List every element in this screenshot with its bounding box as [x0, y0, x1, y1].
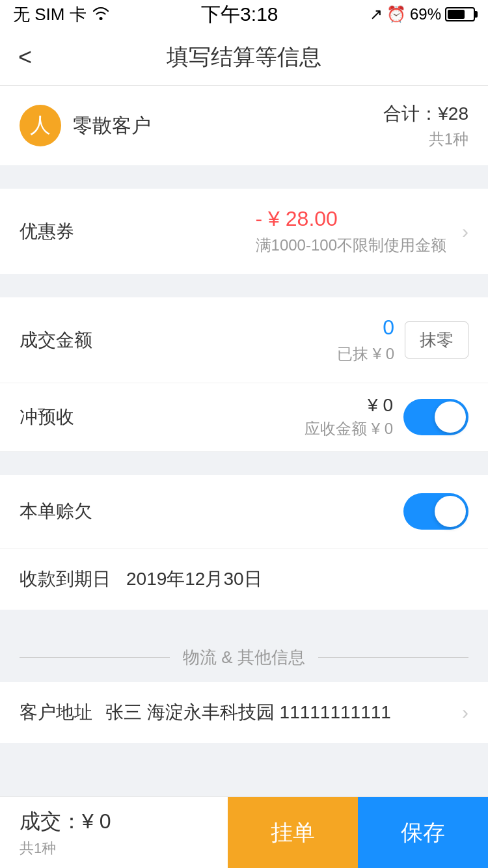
prepay-sub: 应收金额 ¥ 0 [305, 418, 393, 439]
hangup-button[interactable]: 挂单 [228, 797, 358, 869]
status-right: ↗ ⏰ 69% [370, 5, 475, 23]
deal-amount-label: 成交金额 [20, 328, 92, 353]
deal-amount-right: 0 已抹 ¥ 0 抹零 [337, 316, 468, 364]
deal-amount-subtext: 已抹 ¥ 0 [337, 344, 394, 364]
prepay-values: ¥ 0 应收金额 ¥ 0 [305, 395, 393, 439]
logistics-line-right [318, 657, 468, 658]
moling-button[interactable]: 抹零 [405, 321, 468, 359]
prepay-main: ¥ 0 [305, 395, 393, 416]
prepay-label: 冲预收 [20, 405, 74, 429]
save-button[interactable]: 保存 [358, 797, 488, 869]
bottom-deal-label: 成交： [20, 809, 82, 833]
logistics-line-left [20, 657, 170, 658]
debit-right [403, 493, 468, 530]
coupon-row[interactable]: 优惠券 - ¥ 28.00 满1000-100不限制使用金额 › [0, 189, 488, 274]
address-chevron-icon: › [462, 701, 468, 724]
logistics-header: 物流 & 其他信息 [0, 633, 488, 682]
battery-percent: 69% [410, 5, 441, 23]
amount-section: 成交金额 0 已抹 ¥ 0 抹零 冲预收 ¥ 0 应收金额 ¥ 0 [0, 297, 488, 452]
debit-toggle-knob [435, 496, 466, 527]
bottom-info: 成交：¥ 0 共1种 [0, 807, 228, 858]
section-gap-1 [0, 176, 488, 189]
deal-amount-value: 0 [383, 316, 394, 339]
due-date-row: 收款到期日 2019年12月30日 [0, 549, 488, 610]
customer-row: 人 零散客户 合计：¥28 共1种 [0, 86, 488, 165]
coupon-section: 优惠券 - ¥ 28.00 满1000-100不限制使用金额 › [0, 189, 488, 274]
prepay-toggle[interactable] [403, 399, 468, 435]
bottom-bar: 成交：¥ 0 共1种 挂单 保存 [0, 796, 488, 868]
coupon-value-block: - ¥ 28.00 满1000-100不限制使用金额 [256, 207, 446, 256]
bottom-deal-amount: ¥ 0 [82, 809, 111, 833]
coupon-chevron-icon: › [462, 221, 468, 243]
section-gap-2 [0, 284, 488, 297]
wifi-icon [92, 5, 110, 25]
customer-right: 合计：¥28 共1种 [383, 102, 468, 150]
time-label: 下午3:18 [201, 1, 278, 28]
address-label: 客户地址 [20, 700, 92, 725]
coupon-subtext: 满1000-100不限制使用金额 [256, 235, 446, 256]
nav-bar: < 填写结算等信息 [0, 29, 488, 86]
prepay-right: ¥ 0 应收金额 ¥ 0 [305, 395, 468, 439]
location-icon: ↗ [370, 5, 383, 23]
address-section: 客户地址 张三 海淀永丰科技园 11111111111 › [0, 682, 488, 743]
due-date-label: 收款到期日 [20, 567, 111, 591]
bottom-deal-row: 成交：¥ 0 [20, 807, 208, 836]
bottom-count: 共1种 [20, 839, 208, 858]
prepay-toggle-knob [435, 401, 466, 433]
customer-section: 人 零散客户 合计：¥28 共1种 [0, 86, 488, 165]
section-gap-3 [0, 462, 488, 475]
page-title: 填写结算等信息 [167, 42, 321, 72]
debit-label: 本单赊欠 [20, 499, 92, 524]
customer-total: 合计：¥28 [383, 102, 468, 126]
deal-amount-block: 0 已抹 ¥ 0 [337, 316, 394, 364]
address-row[interactable]: 客户地址 张三 海淀永丰科技园 11111111111 › [0, 682, 488, 743]
debit-row: 本单赊欠 [0, 475, 488, 549]
logistics-label: 物流 & 其他信息 [183, 646, 305, 669]
customer-left: 人 零散客户 [20, 105, 151, 146]
coupon-discount: - ¥ 28.00 [256, 207, 446, 231]
content: 人 零散客户 合计：¥28 共1种 优惠券 - ¥ 28.00 满1000-10… [0, 86, 488, 832]
alarm-icon: ⏰ [386, 5, 406, 23]
customer-avatar: 人 [20, 105, 61, 146]
status-left: 无 SIM 卡 [13, 3, 110, 26]
customer-count: 共1种 [383, 129, 468, 150]
due-date-value: 2019年12月30日 [126, 567, 262, 591]
coupon-label: 优惠券 [20, 219, 74, 244]
prepay-row: 冲预收 ¥ 0 应收金额 ¥ 0 [0, 383, 488, 452]
address-value: 张三 海淀永丰科技园 11111111111 [105, 700, 462, 725]
section-gap-4 [0, 620, 488, 633]
deal-amount-row: 成交金额 0 已抹 ¥ 0 抹零 [0, 297, 488, 383]
coupon-right: - ¥ 28.00 满1000-100不限制使用金额 › [256, 207, 468, 256]
battery-icon [445, 7, 475, 21]
customer-name: 零散客户 [73, 113, 151, 139]
debit-section: 本单赊欠 收款到期日 2019年12月30日 [0, 475, 488, 610]
back-button[interactable]: < [18, 44, 32, 71]
carrier-label: 无 SIM 卡 [13, 3, 87, 26]
status-bar: 无 SIM 卡 下午3:18 ↗ ⏰ 69% [0, 0, 488, 29]
debit-toggle[interactable] [403, 493, 468, 530]
